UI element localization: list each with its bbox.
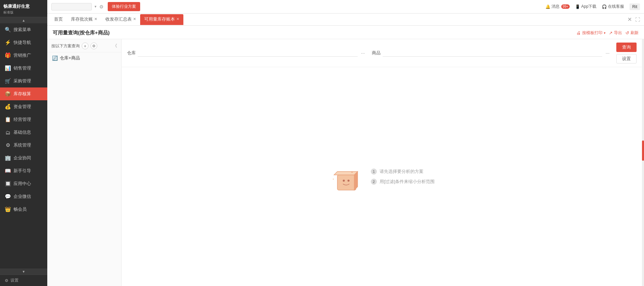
sidebar-item-search[interactable]: 🔍 搜索菜单	[0, 23, 47, 36]
sidebar-item-quick-nav[interactable]: ⚡ 快捷导航	[0, 36, 47, 49]
sidebar-item-enterprise[interactable]: 🏢 企业协同	[0, 152, 47, 164]
sidebar-items: 🔍 搜索菜单 ⚡ 快捷导航 🎁 营销推广 📊 销售管理 🛒 采购管理 📦 库存核…	[0, 23, 47, 268]
scrollbar-thumb[interactable]	[642, 140, 644, 161]
product-input[interactable]	[383, 49, 602, 57]
mobile-icon: 📱	[575, 4, 580, 9]
sidebar-item-newbie[interactable]: 📖 新手引导	[0, 164, 47, 177]
export-icon: ↗	[609, 30, 613, 35]
empty-hints: 1 请先选择要分析的方案 2 用[过滤]条件来缩小分析范围	[371, 168, 435, 185]
search-icon: 🔍	[5, 27, 11, 33]
tabs-expand-btn[interactable]: ⛶	[634, 17, 641, 22]
bell-icon: 🔔	[545, 4, 550, 9]
add-scheme-btn[interactable]: +	[82, 43, 88, 49]
trial-btn[interactable]: 体验行业方案	[108, 2, 140, 11]
purchase-icon: 🛒	[5, 78, 11, 84]
filter-warehouse: 仓库 ···	[127, 49, 366, 57]
sidebar-item-purchase[interactable]: 🛒 采购管理	[0, 75, 47, 87]
finance-icon: 💰	[5, 104, 11, 110]
print-dropdown-icon[interactable]: ▾	[604, 31, 606, 35]
gear-icon: ⚙	[5, 278, 8, 283]
sidebar-scroll-up[interactable]: ▲	[0, 17, 47, 23]
system-icon: ⚙	[5, 142, 11, 148]
refresh-btn[interactable]: ↺ 刷新	[625, 30, 639, 36]
scheme-warehouse-product[interactable]: 🔄 仓库+商品	[47, 52, 121, 64]
export-btn[interactable]: ↗ 导出	[609, 30, 622, 36]
app-center-icon: 🔲	[5, 181, 11, 187]
app-logo: 畅康通好生意 标准版	[0, 0, 47, 17]
tabs-bar: 首页 库存批次账 ✕ 收发存汇总表 ✕ 可用量库存账本 ✕ ✕ ⛶	[47, 14, 644, 26]
operations-icon: 📋	[5, 116, 11, 123]
newbie-icon: 📖	[5, 168, 11, 174]
tab-available-ledger[interactable]: 可用量库存账本 ✕	[140, 14, 183, 25]
sidebar-item-basic-info[interactable]: 🗂 基础信息	[0, 126, 47, 139]
sales-icon: 📊	[5, 65, 11, 71]
sidebar-item-inventory[interactable]: 📦 库存核算	[0, 87, 47, 100]
sidebar-item-operations[interactable]: 📋 经营管理	[0, 113, 47, 126]
svg-point-3	[343, 180, 345, 182]
print-icon: 🖨	[576, 30, 581, 35]
svg-rect-0	[337, 175, 356, 190]
warehouse-more-btn[interactable]: ···	[360, 50, 366, 56]
page-header: 可用量查询(按仓库+商品) 🖨 按模板打印 ▾ ↗ 导出 ↺ 刷新	[47, 26, 644, 39]
sidebar-bottom[interactable]: ⚙ 设置	[0, 275, 47, 286]
warehouse-input[interactable]	[138, 49, 358, 57]
tab-batch-account[interactable]: 库存批次账 ✕	[67, 14, 101, 25]
topbar-dropdown[interactable]: ▾	[95, 4, 97, 9]
collapse-panel-btn[interactable]: 《	[113, 43, 117, 49]
left-panel: 按以下方案查询 + ⚙ 《 🔄 仓库+商品	[47, 39, 122, 286]
sidebar-item-system[interactable]: ⚙ 系统管理	[0, 139, 47, 152]
topbar-right: 🔔 消息 99+ 📱 App下载 🎧 在线客服 Rit	[545, 3, 640, 10]
page-title: 可用量查询(按仓库+商品)	[53, 30, 110, 36]
scheme-setting-btn[interactable]: ⚙	[91, 43, 97, 49]
sidebar-item-wechat[interactable]: 💬 企业微信	[0, 190, 47, 203]
filter-product: 商品 ···	[372, 49, 611, 57]
basic-info-icon: 🗂	[5, 130, 11, 135]
filter-area: 仓库 ··· 商品 ··· 查询 设置	[122, 39, 642, 286]
page-actions: 🖨 按模板打印 ▾ ↗ 导出 ↺ 刷新	[576, 30, 639, 36]
online-service[interactable]: 🎧 在线客服	[602, 4, 624, 9]
user-menu[interactable]: Rit	[629, 3, 640, 10]
topbar-search-input[interactable]	[51, 3, 92, 10]
empty-hint-1: 1 请先选择要分析的方案	[371, 168, 435, 175]
svg-text:✦: ✦	[332, 178, 334, 180]
empty-illustration: ✦ ✦	[329, 160, 363, 193]
sidebar-scroll-down[interactable]: ▼	[0, 268, 47, 275]
headset-icon: 🎧	[602, 4, 607, 9]
settings-btn[interactable]: 设置	[616, 54, 637, 63]
notifications[interactable]: 🔔 消息 99+	[545, 4, 570, 9]
marketing-icon: 🎁	[5, 52, 11, 58]
content-area: 按以下方案查询 + ⚙ 《 🔄 仓库+商品 仓库 ··· 商品	[47, 39, 644, 286]
topbar-gear-icon[interactable]: ⚙	[99, 4, 104, 9]
topbar: ▾ ⚙ 体验行业方案 🔔 消息 99+ 📱 App下载 🎧 在线客服 Rit	[47, 0, 644, 14]
filter-actions: 查询 设置	[616, 43, 637, 63]
sidebar-item-member[interactable]: 👑 畅会员	[0, 203, 47, 216]
sidebar-item-marketing[interactable]: 🎁 营销推广	[0, 49, 47, 62]
main-area: ▾ ⚙ 体验行业方案 🔔 消息 99+ 📱 App下载 🎧 在线客服 Rit	[47, 0, 644, 286]
sidebar-item-app-center[interactable]: 🔲 应用中心	[0, 177, 47, 190]
empty-hint-2: 2 用[过滤]条件来缩小分析范围	[371, 179, 435, 185]
tabs-close-btn[interactable]: ✕	[625, 16, 634, 23]
filter-row: 仓库 ··· 商品 ··· 查询 设置	[122, 39, 642, 67]
svg-text:✦: ✦	[351, 171, 353, 174]
tab-close-batch[interactable]: ✕	[94, 17, 97, 21]
print-btn[interactable]: 🖨 按模板打印 ▾	[576, 30, 606, 36]
tab-home[interactable]: 首页	[50, 14, 67, 25]
scrollbar-track[interactable]	[642, 39, 644, 286]
sidebar-item-finance[interactable]: 💰 资金管理	[0, 100, 47, 113]
empty-state: ✦ ✦ 1 请先选择要分析的方案 2 用[过滤]条件来缩小分析范围	[122, 67, 642, 286]
query-btn[interactable]: 查询	[616, 43, 637, 52]
product-more-btn[interactable]: ···	[604, 50, 611, 56]
inventory-icon: 📦	[5, 91, 11, 97]
tab-collect-inventory[interactable]: 收发存汇总表 ✕	[101, 14, 140, 25]
tab-close-collect[interactable]: ✕	[133, 17, 136, 21]
tab-close-available[interactable]: ✕	[176, 17, 179, 21]
app-download[interactable]: 📱 App下载	[575, 4, 596, 9]
svg-marker-1	[334, 172, 358, 175]
quick-nav-icon: ⚡	[5, 40, 11, 46]
svg-point-4	[347, 180, 350, 182]
refresh-icon: ↺	[625, 30, 629, 35]
sidebar-item-sales[interactable]: 📊 销售管理	[0, 62, 47, 75]
sidebar: 畅康通好生意 标准版 ▲ 🔍 搜索菜单 ⚡ 快捷导航 🎁 营销推广 📊 销售管理…	[0, 0, 47, 286]
member-icon: 👑	[5, 206, 11, 212]
svg-marker-2	[354, 172, 358, 190]
